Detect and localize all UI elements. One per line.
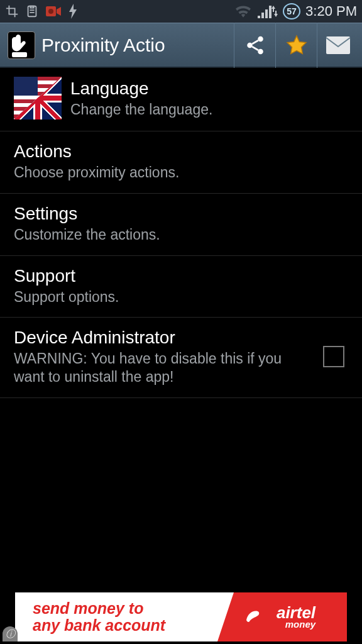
app-icon[interactable] [8,31,35,59]
mail-icon [326,36,351,55]
record-icon [45,5,62,18]
action-bar: Proximity Actio [0,23,362,68]
item-subtitle: Support options. [14,288,348,306]
flag-icon [14,77,62,119]
device-admin-checkbox[interactable] [323,346,344,367]
svg-point-5 [247,42,253,48]
item-title: Settings [14,203,348,225]
item-title: Language [70,77,348,99]
svg-point-2 [48,9,53,14]
list-item-language[interactable]: Language Change the language. [0,68,362,131]
share-icon [244,35,266,56]
svg-point-6 [258,48,263,54]
favorite-button[interactable] [275,23,317,68]
item-subtitle: Customize the actions. [14,226,348,244]
list-item-actions[interactable]: Actions Choose proximity actions. [0,131,362,194]
svg-rect-7 [326,36,350,54]
item-subtitle: Change the language. [70,101,348,119]
item-title: Support [14,265,348,287]
app-title: Proximity Actio [41,35,217,56]
settings-list: Language Change the language. Actions Ch… [0,68,362,592]
mail-button[interactable] [317,23,358,68]
share-button[interactable] [234,23,275,68]
signal-icon [256,4,278,18]
crop-icon [5,4,19,18]
battery-icon: 57 [283,3,300,19]
list-item-support[interactable]: Support Support options. [0,256,362,318]
ad-brand: airtel money [234,592,347,641]
item-title: Actions [14,140,348,162]
ad-info-icon[interactable]: ⓘ [3,626,18,641]
wifi-icon [235,4,251,18]
item-subtitle: Choose proximity actions. [14,164,348,182]
ad-banner[interactable]: send money to any bank account airtel mo… [0,592,362,644]
status-bar: 57 3:20 PM [0,0,362,23]
svg-rect-3 [12,52,27,57]
svg-point-4 [258,36,263,42]
item-title: Device Administrator [14,326,312,348]
ad-text: send money to any bank account [15,600,234,635]
list-item-device-admin[interactable]: Device Administrator WARNING: You have t… [0,318,362,398]
clock: 3:20 PM [305,3,357,19]
item-subtitle: WARNING: You have to disable this if you… [14,350,284,386]
list-item-settings[interactable]: Settings Customize the actions. [0,194,362,256]
clipboard-icon [25,4,39,19]
airtel-logo-icon [244,608,261,625]
star-icon [285,34,308,57]
bolt-icon [68,4,78,19]
